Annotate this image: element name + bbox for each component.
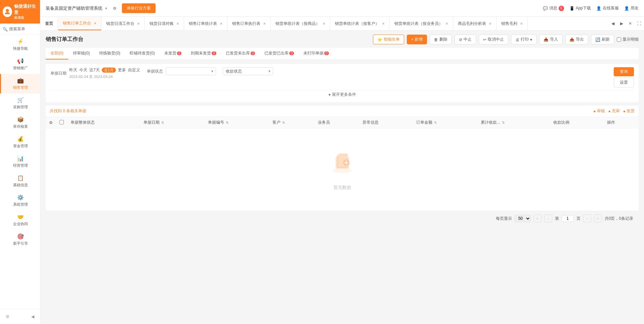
show-detail-checkbox[interactable]	[617, 37, 621, 42]
tab-fullscreen-btn[interactable]: ⛶	[635, 20, 643, 27]
page-last-btn[interactable]: »	[594, 214, 602, 222]
tab-sales-order[interactable]: 销售订单工作台 ✕	[58, 17, 101, 30]
sub-tab-shipped-not-out[interactable]: 已发货未出库0	[221, 48, 260, 59]
sidebar-item-inventory[interactable]: 📦 库存核算	[0, 113, 40, 132]
sub-tab-overdue-ship[interactable]: 到期未发货0	[186, 48, 221, 59]
tab-cash-daily[interactable]: 钱货日清工作台 ✕	[101, 17, 145, 30]
tab-sales-by-staff[interactable]: 销货单统计表（按业务员） ✕	[390, 17, 453, 30]
tab-cash-reconcile[interactable]: 钱货日清对账 ✕	[145, 17, 184, 30]
tab-close-sales-stats[interactable]: ✕	[220, 22, 222, 26]
export-btn[interactable]: 📤 导出	[565, 35, 588, 44]
th-staff[interactable]: 业务员	[314, 117, 359, 128]
collapse-btn[interactable]: ◀	[28, 312, 37, 321]
tab-home[interactable]: 首页	[40, 17, 58, 30]
sidebar-item-basic[interactable]: 📋 基础信息	[0, 171, 40, 191]
tab-close-sales-exec[interactable]: ✕	[263, 22, 266, 26]
delete-btn[interactable]: 🗑 删除	[430, 35, 452, 44]
page-size-select[interactable]: 50	[515, 215, 531, 222]
ship-btn[interactable]: ● 发货	[623, 108, 635, 114]
sidebar-item-operations[interactable]: 📊 经营管理	[0, 152, 40, 171]
page-input[interactable]	[562, 215, 574, 222]
sub-tab-not-printed[interactable]: 未打印单据0	[299, 48, 334, 59]
show-detail-label[interactable]: 显示明细	[617, 37, 639, 42]
message-btn[interactable]: 💬 消息 6	[543, 5, 564, 11]
user-btn[interactable]: 👤 用友	[624, 5, 639, 11]
th-number[interactable]: 单据编号 ⇅	[205, 117, 269, 128]
tab-close-sales-order[interactable]: ✕	[94, 22, 96, 25]
tab-close-sales-by-staff[interactable]: ✕	[445, 22, 448, 26]
tab-next-btn[interactable]: ▶	[618, 20, 625, 27]
svg-point-0	[6, 9, 9, 12]
topbar-settings-btn[interactable]: ⚙	[110, 4, 119, 13]
th-date[interactable]: 单据日期 ⇅	[140, 117, 205, 128]
tab-gross-profit[interactable]: 商品毛利分析表 ✕	[453, 17, 497, 30]
tab-sales-exec[interactable]: 销售订单执行表 ✕	[227, 17, 271, 30]
table-scroll[interactable]: ⚙ 单据整体状态 单据日期 ⇅ 单据编号 ⇅	[46, 117, 639, 211]
query-btn[interactable]: 查询	[614, 67, 634, 76]
page-first-btn[interactable]: «	[533, 214, 542, 222]
sub-tab-all[interactable]: 全部(0)	[46, 48, 68, 59]
date-opt-7days[interactable]: 近7天	[89, 67, 100, 73]
tab-close-sales-amount[interactable]: ✕	[520, 22, 523, 26]
import-btn[interactable]: 📥 导入	[539, 35, 562, 44]
tab-prev-btn[interactable]: ◀	[609, 20, 616, 27]
sort-number-icon: ⇅	[226, 121, 228, 124]
sidebar: 畅捷通好生意 标准版 🔍 搜索菜单 ⚡ 快捷导航 📢 营销推广 💼 销售管理 🛒…	[0, 0, 40, 324]
tab-sales-by-product[interactable]: 销货单统计表（按商品） ✕	[271, 17, 330, 30]
sidebar-item-guide[interactable]: 🎯 新手引导	[0, 230, 40, 249]
app-download-btn[interactable]: 📱 App下载	[569, 5, 591, 11]
add-btn[interactable]: + 新增	[407, 35, 427, 44]
sub-tab-pending-check[interactable]: 待拣验货(0)	[94, 48, 125, 59]
sidebar-item-quick-nav[interactable]: ⚡ 快捷导航	[0, 35, 40, 54]
date-opt-custom[interactable]: 自定义	[128, 67, 140, 73]
sub-tab-pending[interactable]: 待审核(0)	[68, 48, 95, 59]
refresh-btn[interactable]: 🔄 刷新	[591, 35, 614, 44]
sub-tab-not-shipped[interactable]: 未发货0	[160, 48, 186, 59]
select-all-checkbox[interactable]	[59, 120, 64, 124]
stop-btn[interactable]: ⊘ 中止	[455, 35, 476, 44]
tab-close-sales-by-product[interactable]: ✕	[323, 22, 325, 26]
filter-status-select[interactable]	[166, 67, 216, 75]
tab-sales-amount[interactable]: 销售毛利 ✕	[497, 17, 528, 30]
th-checkbox[interactable]	[56, 117, 67, 128]
tab-close-gross-profit[interactable]: ✕	[489, 22, 491, 26]
th-customer[interactable]: 客户 ⇅	[269, 117, 314, 128]
sidebar-item-purchase[interactable]: 🛒 采购管理	[0, 93, 40, 113]
sidebar-item-finance[interactable]: 💰 资金管理	[0, 132, 40, 152]
filter-payment-select[interactable]: 收款状态	[223, 67, 273, 75]
tab-close-cash-daily[interactable]: ✕	[137, 22, 140, 26]
audit-btn[interactable]: ● 审核	[593, 108, 605, 114]
date-opt-yesterday[interactable]: 昨天	[69, 67, 77, 73]
filter-settings-btn[interactable]: 设置	[614, 78, 634, 87]
sub-tab-shipped-out[interactable]: 已发货已出库0	[260, 48, 299, 59]
th-collected[interactable]: 累计收款... ⇅	[477, 117, 550, 128]
sidebar-item-enterprise[interactable]: 🤝 企业协同	[0, 210, 40, 230]
expand-filter-btn[interactable]: ▾ 展开更多条件	[50, 90, 634, 99]
sidebar-item-system[interactable]: ⚙️ 系统管理	[0, 191, 40, 210]
settings-footer-btn[interactable]: ⚙	[3, 312, 12, 321]
page-next-btn[interactable]: ›	[583, 214, 591, 222]
cancel-stop-btn[interactable]: ↩ 取消中止	[479, 35, 508, 44]
date-opt-more[interactable]: 更多	[118, 67, 126, 73]
tab-close-cash-reconcile[interactable]: ✕	[176, 22, 179, 26]
tab-sales-stats[interactable]: 销售订单统计表 ✕	[184, 17, 227, 30]
th-amount[interactable]: 订单金额 ⇅	[413, 117, 477, 128]
online-service-btn[interactable]: 👤 在线客服	[596, 5, 619, 11]
page-prev-btn[interactable]: ‹	[544, 214, 552, 222]
sub-tab-wangpu[interactable]: 旺铺待发货(0)	[125, 48, 160, 59]
date-opt-1month[interactable]: 近1月	[102, 68, 116, 73]
overdue-ship-badge: 0	[212, 51, 216, 55]
sidebar-item-marketing[interactable]: 📢 营销推广	[0, 54, 40, 74]
tab-close-sales-by-customer[interactable]: ✕	[382, 22, 385, 26]
un-audit-btn[interactable]: ● 充审	[608, 108, 620, 114]
th-settings[interactable]: ⚙	[46, 117, 56, 128]
smart-btn[interactable]: ⭐ 智能生单	[373, 35, 404, 44]
search-menu[interactable]: 🔍 搜索菜单	[0, 24, 40, 35]
sidebar-item-sales[interactable]: 💼 销售管理	[0, 74, 40, 93]
trial-btn[interactable]: 体验行业方案	[122, 3, 156, 13]
tab-close-all-btn[interactable]: ✕	[627, 20, 634, 27]
print-btn[interactable]: 🖨 打印 ▾	[511, 35, 536, 44]
date-opt-today[interactable]: 今天	[79, 67, 87, 73]
sidebar-footer: ⚙ ◀	[0, 309, 40, 324]
tab-sales-by-customer[interactable]: 销货单统计表（按客户） ✕	[330, 17, 390, 30]
